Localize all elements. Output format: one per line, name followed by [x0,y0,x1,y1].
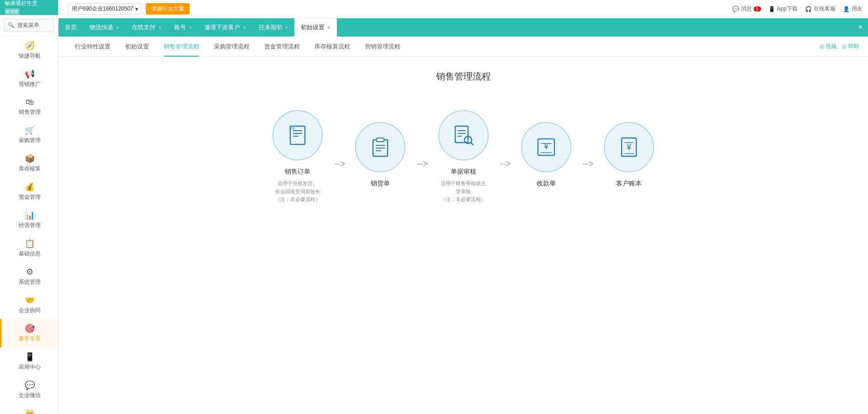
action-帮助[interactable]: ◎帮助 [842,42,859,50]
sidebar-icon-basic-info: 📋 [25,239,35,249]
sidebar-item-vip-member[interactable]: 👑 畅会员 [0,404,58,414]
flow-label-customer-ledger: 客户账本 [616,180,642,188]
nav-tab-close[interactable]: × [327,25,330,30]
sidebar-label-inventory: 库存核算 [19,165,41,173]
nav-tab-label: 账号 [174,23,186,32]
nav-tab-往来期初[interactable]: 往来期初× [252,18,294,37]
online-service-label: 在线客服 [814,5,836,13]
sub-tab-初始设置[interactable]: 初始设置 [118,37,156,57]
sidebar-item-enterprise-wechat[interactable]: 💬 企业微信 [0,376,58,404]
avatar-icon: 👤 [843,6,850,12]
nav-tab-close[interactable]: × [243,25,245,30]
action-视频[interactable]: ◎视频 [820,42,836,50]
flow-item-sales-order: 销售订单 适用于分批发货、有合同发货周期较长（注：非必要流程） [256,110,339,204]
sidebar: 畅康通好生意 标准版 🔍 搜索菜单 🧭 快捷导航 📢 营销推广 🛍 销售管理 🛒… [0,0,59,414]
experience-btn[interactable]: 体验行业方案 [146,3,190,15]
sidebar-icon-finance-mgmt: 💰 [25,182,35,192]
sidebar-icon-vip-member: 👑 [25,409,35,414]
nav-tab-close[interactable]: × [285,25,288,30]
flow-label-doc-review: 单据审核 [451,168,476,176]
nav-tab-close[interactable]: × [116,25,119,30]
sidebar-item-app-center[interactable]: 📱 应用中心 [0,347,58,376]
svg-rect-6 [377,138,384,142]
flow-circle-customer-ledger[interactable]: ¥ [604,122,654,172]
sidebar-item-basic-info[interactable]: 📋 基础信息 [0,234,58,262]
nav-tab-邀请下游客户[interactable]: 邀请下游客户× [198,18,252,37]
message-badge: 6 [754,6,761,11]
app-download-label: App下载 [777,5,798,13]
sidebar-item-newbie-guide[interactable]: 🎯 新手引导 [0,319,58,347]
sub-tab-库存核算流程[interactable]: 库存核算流程 [307,37,357,57]
sidebar-icon-enterprise-wechat: 💬 [25,380,35,390]
flow-item-receipt: ¥ 收款单 [505,122,587,191]
search-menu-label: 搜索菜单 [17,21,39,29]
sidebar-item-marketing-promo[interactable]: 📢 营销推广 [0,64,58,93]
nav-tab-label: 初始设置 [301,23,325,32]
chevron-down-icon: ▾ [135,6,138,12]
sub-tab-资金管理流程[interactable]: 资金管理流程 [257,37,307,57]
flow-label-sales-delivery: 销货单 [371,180,390,188]
sidebar-label-enterprise-collab: 企业协同 [19,307,41,314]
top-bar-right: 💬 消息 6 📱 App下载 🎧 在线客服 👤 用友 [732,5,863,13]
message-button[interactable]: 💬 消息 6 [732,5,761,13]
circle-icon: ◎ [820,43,824,50]
close-icon: × [858,23,863,32]
sub-tabs: 行业特性设置初始设置销售管理流程采购管理流程资金管理流程库存核算流程营销管理流程… [59,37,868,57]
logo-badge: 标准版 [5,8,20,15]
nav-tab-在线支付[interactable]: 在线支付× [125,18,167,37]
flow-label-sales-order: 销售订单 [285,168,310,176]
nav-tab-close[interactable]: × [189,25,192,30]
nav-tab-label: 邀请下游客户 [204,23,240,32]
page-title: 销售管理流程 [68,70,859,83]
sidebar-item-ops-mgmt[interactable]: 📊 经营管理 [0,206,58,234]
sidebar-item-quick-nav[interactable]: 🧭 快捷导航 [0,36,58,64]
user-select[interactable]: 用户690企业1660120507 ▾ [68,3,142,15]
flow-desc-doc-review: 适用于财务审核或主管审核（注：非必要流程） [441,180,486,204]
flow-circle-sales-order[interactable] [272,110,323,160]
headset-icon: 🎧 [805,6,812,12]
search-menu-button[interactable]: 🔍 搜索菜单 [4,19,54,32]
search-icon: 🔍 [8,22,15,28]
nav-tab-初始设置[interactable]: 初始设置× [294,18,336,37]
flow-circle-doc-review[interactable] [438,110,489,160]
sub-tab-行业特性设置[interactable]: 行业特性设置 [68,37,118,57]
sidebar-icon-app-center: 📱 [25,352,35,362]
svg-rect-4 [291,127,295,130]
action-label: 视频 [825,42,836,50]
sidebar-label-newbie-guide: 新手引导 [19,335,41,343]
sidebar-label-sales-mgmt: 销售管理 [19,108,41,116]
sidebar-label-enterprise-wechat: 企业微信 [19,392,41,399]
online-service-button[interactable]: 🎧 在线客服 [805,5,836,13]
sidebar-item-purchase-mgmt[interactable]: 🛒 采购管理 [0,121,58,149]
flow-item-sales-delivery: 销货单 [339,122,421,191]
svg-rect-10 [455,126,468,143]
nav-tab-close[interactable]: × [158,25,161,30]
sidebar-item-sys-mgmt[interactable]: ⚙ 系统管理 [0,262,58,291]
flow-item-doc-review: 单据审核 适用于财务审核或主管审核（注：非必要流程） [422,110,505,204]
user-avatar-button[interactable]: 👤 用友 [843,5,863,13]
sidebar-label-app-center: 应用中心 [19,363,41,371]
sidebar-item-finance-mgmt[interactable]: 💰 资金管理 [0,177,58,206]
flow-circle-sales-delivery[interactable] [355,122,405,172]
nav-tab-物流快递[interactable]: 物流快递× [83,18,125,37]
sidebar-item-sales-mgmt[interactable]: 🛍 销售管理 [0,93,58,121]
logo-text: 畅康通好生意 [5,0,37,7]
nav-close-button[interactable]: × [853,18,868,37]
nav-tab-账号[interactable]: 账号× [168,18,198,37]
nav-tab-首页[interactable]: 首页 [59,18,83,37]
app-download-button[interactable]: 📱 App下载 [768,5,798,13]
flow-circle-receipt[interactable]: ¥ [521,122,571,172]
download-icon: 📱 [768,6,775,12]
sidebar-icon-quick-nav: 🧭 [25,41,35,51]
sub-tab-采购管理流程[interactable]: 采购管理流程 [207,37,257,57]
sidebar-item-enterprise-collab[interactable]: 🤝 企业协同 [0,291,58,319]
sub-tab-销售管理流程[interactable]: 销售管理流程 [156,37,207,57]
sidebar-item-inventory[interactable]: 📦 库存核算 [0,149,58,177]
sidebar-icon-enterprise-collab: 🤝 [25,295,35,305]
nav-tabs: 首页物流快递×在线支付×账号×邀请下游客户×往来期初×初始设置×× [59,18,868,37]
sub-tab-营销管理流程[interactable]: 营销管理流程 [357,37,408,57]
flow-label-receipt: 收款单 [537,180,556,188]
sidebar-icon-inventory: 📦 [25,154,35,164]
sidebar-icon-marketing-promo: 📢 [25,69,35,79]
nav-tab-label: 首页 [65,23,77,32]
